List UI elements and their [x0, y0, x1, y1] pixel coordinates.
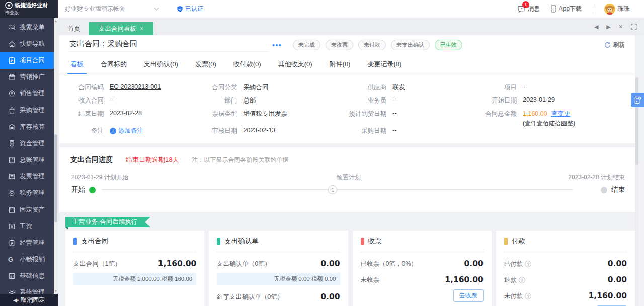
- sidebar-item-label: 系统管理: [20, 288, 45, 294]
- sidebar-item-税务管理[interactable]: 税务管理: [0, 185, 54, 201]
- field-收入合同: 收入合同--: [62, 94, 203, 108]
- card-row-value: 1,160.00: [158, 259, 197, 268]
- scroll-down-icon[interactable]: ▼: [54, 289, 58, 293]
- scroll-up-icon[interactable]: ▲: [54, 19, 58, 23]
- detail-tab-合同标的[interactable]: 合同标的: [101, 54, 127, 74]
- view-changes-link[interactable]: 查变更: [551, 110, 571, 117]
- account-selector[interactable]: 好业财专业版演示帐套: [62, 3, 163, 15]
- card-header: 支出合同: [73, 237, 196, 246]
- card-button-row: 去收票: [361, 289, 484, 302]
- field-label: 合同总金额: [473, 110, 517, 118]
- detail-tab-看板[interactable]: 看板: [70, 54, 84, 74]
- sidebar-item-经营管理[interactable]: 经营管理: [0, 235, 54, 251]
- detail-tab-其他收支(0)[interactable]: 其他收支(0): [278, 54, 312, 74]
- app-download-button[interactable]: App下载: [551, 5, 582, 13]
- sidebar-item-销售管理[interactable]: 销售管理: [0, 85, 54, 102]
- sidebar-item-工资[interactable]: 工资: [0, 218, 54, 235]
- tab-close-all-icon[interactable]: ×: [619, 23, 623, 31]
- fixed-asset-icon: [8, 206, 16, 214]
- avatar: [604, 4, 615, 15]
- refresh-button[interactable]: 刷新: [604, 41, 625, 49]
- milestone-node[interactable]: 1: [328, 185, 337, 194]
- sidebar-item-label: 库存核算: [20, 123, 45, 131]
- page-title: 支出合同：采购合同: [69, 38, 268, 52]
- help-icon[interactable]: ?: [519, 277, 525, 283]
- more-actions-icon[interactable]: •••: [272, 41, 282, 49]
- username: 珠珠: [618, 5, 630, 13]
- sidebar-item-营销推广[interactable]: 营销推广: [0, 69, 54, 85]
- sidebar-item-系统管理[interactable]: 系统管理: [0, 284, 54, 294]
- sidebar-item-资金管理[interactable]: 资金管理: [0, 135, 54, 152]
- sidebar-item-采购管理[interactable]: 采购管理: [0, 102, 54, 119]
- sidebar-item-发票管理[interactable]: 发票管理: [0, 168, 54, 185]
- field-label: 收入合同: [62, 96, 104, 105]
- card-row-value: 0.00: [320, 292, 340, 301]
- detail-tab-收付款(0)[interactable]: 收付款(0): [233, 54, 261, 74]
- start-dot-icon: [89, 187, 96, 193]
- tab-close-icon[interactable]: ×: [140, 25, 143, 32]
- field-value: --: [392, 96, 396, 104]
- search-icon: [8, 24, 16, 31]
- tab-prev-icon[interactable]: ◀: [594, 24, 598, 30]
- status-pills: 未完成未收票未付款未支出确认已生效: [293, 40, 462, 50]
- sidebar-item-项目合同[interactable]: 项目合同: [0, 52, 54, 69]
- sidebar-item-总账管理[interactable]: 总账管理: [0, 152, 54, 168]
- card-action-button-去收票[interactable]: 去收票: [453, 289, 484, 302]
- milestone-label: 预置计划: [337, 173, 361, 182]
- help-icon[interactable]: ?: [525, 293, 531, 299]
- sidebar-scroll-thumb[interactable]: [54, 134, 57, 223]
- field-业务员: 业务员--: [338, 94, 473, 108]
- account-selector-value: 好业财专业版演示帐套: [65, 5, 125, 13]
- user-menu[interactable]: 珠珠: [604, 4, 630, 15]
- fullscreen-icon[interactable]: [631, 24, 637, 30]
- collapse-left-icon: ◀▪: [13, 297, 19, 303]
- card-row-label: 未收票: [361, 276, 380, 284]
- add-note-link[interactable]: +添加备注: [110, 127, 143, 135]
- sidebar-item-搜索菜单[interactable]: 搜索菜单: [0, 19, 54, 36]
- detail-tab-支出确认(0)[interactable]: 支出确认(0): [144, 54, 178, 74]
- content-scrollbar[interactable]: [635, 76, 639, 306]
- status-pill-未完成: 未完成: [293, 40, 320, 50]
- sidebar-item-固定资产[interactable]: 固定资产: [0, 201, 54, 218]
- detail-tab-变更记录(0)[interactable]: 变更记录(0): [367, 54, 401, 74]
- content-scroll-thumb[interactable]: [635, 77, 638, 165]
- app-logo[interactable]: 畅捷通好业财 专业版: [0, 0, 58, 18]
- progress-section: 支出合同进度 结束日期逾期18天 注：以下显示合同各阶段关联的单据 2023-0…: [59, 147, 635, 212]
- messages-button[interactable]: 消息 1: [518, 5, 540, 13]
- field-value: --: [392, 127, 396, 134]
- sidebar-item-快捷导航[interactable]: 快捷导航: [0, 36, 54, 52]
- window-tab-首页[interactable]: 首页: [60, 22, 89, 35]
- detail-tab-发票(0)[interactable]: 发票(0): [195, 54, 216, 74]
- sidebar-scrollbar[interactable]: ▲ ▼: [54, 18, 58, 294]
- contract-total-amount: 1,160.00查变更(壹仟壹佰陆拾圆整): [523, 110, 575, 128]
- card-divider: [73, 252, 196, 252]
- help-icon[interactable]: ?: [525, 261, 531, 267]
- card-row-红字支出确认单（0笔）: 红字支出确认单（0笔）0.00: [217, 292, 340, 301]
- sidebar-item-库存核算[interactable]: 库存核算: [0, 119, 54, 135]
- sidebar-item-label: 资金管理: [20, 139, 45, 148]
- contract-code-link[interactable]: EC-20230213-001: [110, 83, 161, 90]
- card-header: 支出确认单: [217, 237, 340, 246]
- doc-panel-toggle[interactable]: [631, 93, 644, 107]
- unpin-sidebar-button[interactable]: ◀▪ 取消固定: [0, 294, 58, 306]
- card-title: 收票: [368, 237, 382, 246]
- card-row-value: 0.00: [608, 259, 627, 268]
- window-tab-支出合同看板[interactable]: 支出合同看板×: [89, 22, 153, 35]
- verified-badge[interactable]: 已认证: [177, 5, 203, 13]
- messages-count-badge: 1: [522, 1, 529, 8]
- sidebar-item-label: 发票管理: [20, 172, 45, 181]
- messages-label: 消息: [528, 5, 540, 13]
- field-项目: 项目--: [473, 81, 625, 94]
- sidebar-item-基础信息[interactable]: 基础信息: [0, 268, 54, 284]
- base-info-icon: [8, 272, 16, 280]
- detail-tab-附件(0)[interactable]: 附件(0): [330, 54, 351, 74]
- tab-next-icon[interactable]: ▶: [606, 24, 610, 30]
- overdue-warning: 结束日期逾期18天: [126, 155, 179, 164]
- status-pill-未付款: 未付款: [358, 40, 386, 50]
- sidebar-item-label: 总账管理: [20, 156, 45, 164]
- field-label: 结束日期: [62, 110, 104, 118]
- sidebar-item-小畅报销[interactable]: G小畅报销: [0, 251, 54, 268]
- plan-end-date: 2023-02-28 计划结束: [568, 173, 625, 182]
- field-label: 合同分类: [203, 83, 237, 92]
- sidebar-item-label: 营销推广: [20, 73, 45, 81]
